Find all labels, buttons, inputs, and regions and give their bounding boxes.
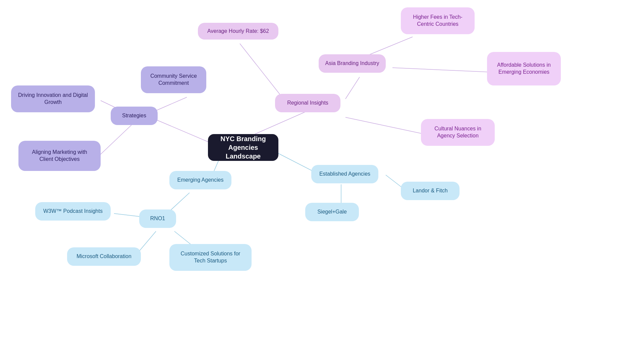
asia-branding-node: Asia Branding Industry: [319, 54, 386, 73]
landor-fitch-label: Landor & Fitch: [413, 187, 447, 194]
affordable-label: Affordable Solutions in Emerging Economi…: [493, 62, 555, 76]
cultural-nuances-label: Cultural Nuances in Agency Selection: [427, 125, 489, 139]
regional-insights-node: Regional Insights: [275, 94, 340, 112]
microsoft-collab-label: Microsoft Collaboration: [76, 253, 131, 260]
emerging-agencies-label: Emerging Agencies: [177, 177, 224, 184]
established-agencies-label: Established Agencies: [319, 171, 370, 178]
siegel-gale-label: Siegel+Gale: [317, 208, 347, 216]
aligning-marketing-node: Aligning Marketing with Client Objective…: [18, 141, 101, 171]
microsoft-collab-node: Microsoft Collaboration: [67, 247, 141, 266]
customized-solutions-label: Customized Solutions for Tech Startups: [175, 250, 246, 264]
svg-line-2: [156, 97, 187, 111]
svg-line-6: [345, 77, 360, 99]
higher-fees-label: Higher Fees in Tech-Centric Countries: [407, 14, 469, 28]
emerging-agencies-node: Emerging Agencies: [169, 171, 231, 189]
svg-line-3: [99, 124, 132, 156]
regional-insights-label: Regional Insights: [287, 100, 328, 107]
siegel-gale-node: Siegel+Gale: [305, 203, 359, 221]
rno1-node: RNO1: [139, 209, 176, 228]
svg-line-9: [345, 117, 424, 134]
w3w-podcast-label: W3W™ Podcast Insights: [43, 208, 103, 215]
higher-fees-node: Higher Fees in Tech-Centric Countries: [401, 7, 475, 34]
landor-fitch-node: Landor & Fitch: [401, 182, 460, 200]
center-node: NYC Branding Agencies Landscape: [208, 134, 278, 161]
strategies-node: Strategies: [111, 107, 158, 125]
driving-innovation-node: Driving Innovation and Digital Growth: [11, 85, 95, 112]
avg-hourly-label: Average Hourly Rate: $62: [207, 28, 269, 35]
center-label: NYC Branding Agencies Landscape: [214, 134, 272, 161]
strategies-label: Strategies: [122, 112, 146, 119]
avg-hourly-node: Average Hourly Rate: $62: [198, 23, 278, 40]
driving-innovation-label: Driving Innovation and Digital Growth: [17, 92, 89, 106]
aligning-marketing-label: Aligning Marketing with Client Objective…: [24, 149, 95, 163]
affordable-node: Affordable Solutions in Emerging Economi…: [487, 52, 561, 85]
community-service-label: Community Service Commitment: [147, 73, 200, 87]
rno1-label: RNO1: [150, 215, 165, 222]
w3w-podcast-node: W3W™ Podcast Insights: [35, 202, 111, 221]
community-service-node: Community Service Commitment: [141, 66, 206, 93]
svg-line-8: [392, 68, 490, 72]
established-agencies-node: Established Agencies: [311, 165, 378, 183]
cultural-nuances-node: Cultural Nuances in Agency Selection: [421, 119, 495, 146]
customized-solutions-node: Customized Solutions for Tech Startups: [169, 244, 252, 271]
asia-branding-label: Asia Branding Industry: [325, 60, 379, 67]
svg-line-5: [240, 44, 283, 99]
